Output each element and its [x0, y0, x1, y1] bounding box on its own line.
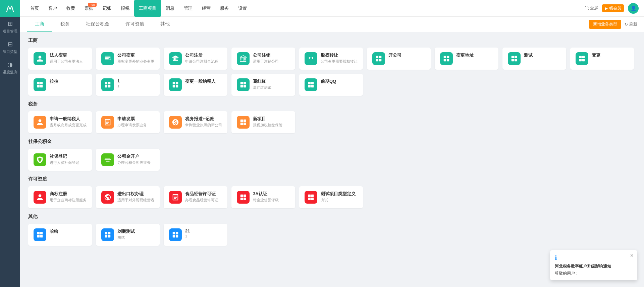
card-fund-open[interactable]: 公积金开户 办理公积金相关业务: [96, 149, 160, 171]
fullscreen-icon: ⛶: [585, 6, 589, 11]
card-haha[interactable]: 哈哈: [28, 224, 92, 246]
social-fund-cards: 社保登记 进行人员社保登记 公积金开户 办理公积金相关业务: [28, 149, 636, 171]
card-info-food-license: 食品经营许可证 办理食品经营许可证: [185, 191, 222, 203]
section-title-social-fund: 社保公积金: [28, 139, 636, 145]
tab-license[interactable]: 许可资质: [117, 17, 152, 32]
card-import-export[interactable]: 进出口权办理 适用于对外贸易经营者: [96, 186, 160, 208]
card-apply-taxpayer[interactable]: 申请一般纳税人 当月或次月成变更完成: [28, 111, 92, 133]
card-info-tax-report-accounting: 税务报道+记账 拿到营业执照的新公司: [185, 116, 222, 128]
card-info-one: 1 1: [117, 78, 154, 88]
svg-rect-4: [376, 59, 378, 61]
nav-management[interactable]: 管理: [179, 0, 197, 17]
sidebar-item-project-type[interactable]: ⊟ 项目类型: [0, 37, 20, 58]
refresh-icon: ↻: [625, 22, 628, 27]
card-equity-transfer[interactable]: 股权转让 公司变更需要股权转让: [299, 48, 363, 70]
tab-social-fund[interactable]: 社保公积金: [78, 17, 117, 32]
card-change1[interactable]: 变更: [570, 48, 634, 70]
svg-rect-14: [579, 56, 582, 58]
refresh-button[interactable]: ↻ 刷新: [625, 21, 637, 27]
section-title-other: 其他: [28, 214, 636, 220]
section-title-industry: 工商: [28, 38, 636, 44]
tab-industry[interactable]: 工商: [27, 17, 52, 32]
nav-settings[interactable]: 设置: [233, 0, 252, 17]
card-open-company[interactable]: 开公司: [367, 48, 431, 70]
sidebar-item-label: 进度监测: [3, 70, 17, 75]
card-info-twenty-one: 21 1: [185, 228, 222, 238]
new-type-button[interactable]: 新增业务类型: [589, 20, 621, 29]
member-btn[interactable]: ▶ 畅会员: [602, 4, 624, 12]
card-change-taxpayer[interactable]: 变更一般纳税人: [164, 74, 227, 96]
nav-service[interactable]: 服务: [215, 0, 233, 17]
card-trademark[interactable]: 商标注册 用于企业商标注册服务: [28, 186, 92, 208]
card-social-register[interactable]: 社保登记 进行人员社保登记: [28, 149, 92, 171]
svg-rect-48: [308, 198, 311, 200]
card-3a-cert[interactable]: 3A认证 对企业信誉评级: [231, 186, 295, 208]
card-info-new-project: 新项目 报税加税控盘保管: [253, 116, 290, 128]
card-liu-peng-test[interactable]: 刘鹏测试 测试: [96, 224, 160, 246]
card-info-change-address: 变更地址: [456, 52, 493, 59]
nav-menu: 首页 客户 收费 票据 new 记账 报税 工商项目 消息: [25, 0, 585, 17]
svg-rect-29: [176, 85, 178, 87]
card-company-cancel[interactable]: 公司注销 适用于注销公司: [231, 48, 295, 70]
svg-rect-56: [105, 235, 107, 237]
svg-rect-0: [240, 58, 246, 58]
card-test1[interactable]: 测试: [502, 48, 566, 70]
card-icon-change-taxpayer: [169, 78, 182, 91]
card-tax-report-accounting[interactable]: 税务报道+记账 拿到营业执照的新公司: [164, 111, 227, 133]
nav-client[interactable]: 客户: [44, 0, 62, 17]
nav-tickets[interactable]: 票据 new: [80, 0, 98, 17]
sidebar-item-project-mgmt[interactable]: ⊞ 项目管理: [0, 17, 20, 37]
card-twenty-one[interactable]: 21 1: [164, 224, 227, 246]
section-title-license: 许可资质: [28, 176, 636, 182]
page-content: 工商 法人变更 适用于公司变更法人: [20, 32, 644, 287]
card-change-address[interactable]: 变更地址: [435, 48, 498, 70]
card-icon-haha: [34, 228, 46, 241]
svg-rect-32: [240, 85, 243, 87]
card-food-license[interactable]: 食品经营许可证 办理食品经营许可证: [164, 186, 227, 208]
svg-rect-19: [40, 82, 43, 84]
fullscreen-btn[interactable]: ⛶ 全屏: [585, 5, 598, 11]
nav-tax[interactable]: 报税: [116, 0, 134, 17]
svg-rect-5: [379, 59, 381, 61]
svg-rect-59: [176, 232, 178, 234]
project-type-icon: ⊟: [8, 41, 13, 48]
sidebar-item-progress[interactable]: ◑ 进度监测: [0, 58, 20, 78]
card-legal-change[interactable]: 法人变更 适用于公司变更法人: [28, 48, 92, 70]
nav-industry[interactable]: 工商项目: [134, 0, 161, 17]
card-one[interactable]: 1 1: [96, 74, 160, 96]
card-apply-invoice[interactable]: 申请发票 办理申请发票业务: [96, 111, 160, 133]
card-new-project[interactable]: 新项目 报税加税控盘保管: [231, 111, 295, 133]
tab-tax[interactable]: 税务: [52, 17, 78, 32]
card-icon-social-register: [34, 153, 46, 166]
card-icon-company-cancel: [237, 52, 250, 65]
app-logo[interactable]: [0, 0, 20, 17]
svg-rect-12: [512, 59, 514, 61]
card-info-3a-cert: 3A认证 对企业信誉评级: [253, 191, 290, 203]
svg-rect-11: [515, 56, 517, 58]
avatar[interactable]: 👤: [628, 3, 639, 14]
svg-rect-36: [308, 85, 311, 87]
card-test-project-type[interactable]: 测试项目类型定义 测试: [299, 186, 363, 208]
card-ge-hong-hong[interactable]: 葛红红 葛红红测试: [231, 74, 295, 96]
industry-cards: 法人变更 适用于公司变更法人 公司变更 股权变更外的业务变更: [28, 48, 636, 96]
nav-billing[interactable]: 收费: [62, 0, 80, 17]
notification-popup: ✕ ℹ 河北税务数字账户升级影响通知 尊敬的用户：: [550, 250, 637, 280]
tab-other[interactable]: 其他: [152, 17, 178, 32]
card-company-change[interactable]: 公司变更 股权变更外的业务变更: [96, 48, 160, 70]
card-company-register[interactable]: 公司注册 申请公司注册全流程: [164, 48, 227, 70]
svg-rect-33: [244, 85, 246, 87]
notification-close-button[interactable]: ✕: [630, 253, 634, 258]
nav-accounting[interactable]: 记账: [98, 0, 116, 17]
nav-home[interactable]: 首页: [25, 0, 44, 17]
card-qq-early[interactable]: 前期QQ: [299, 74, 363, 96]
card-info-company-register: 公司注册 申请公司注册全流程: [185, 52, 222, 64]
svg-rect-58: [173, 232, 175, 234]
card-icon-3a-cert: [237, 191, 250, 204]
svg-rect-38: [240, 120, 243, 122]
card-info-fund-open: 公积金开户 办理公积金相关业务: [117, 153, 154, 165]
nav-message[interactable]: 消息: [161, 0, 179, 17]
license-cards: 商标注册 用于企业商标注册服务 进出口权办理 适用于对外贸易经营者: [28, 186, 636, 208]
card-lala[interactable]: 拉拉: [28, 74, 92, 96]
nav-operation[interactable]: 经营: [197, 0, 215, 17]
svg-rect-13: [515, 59, 517, 61]
